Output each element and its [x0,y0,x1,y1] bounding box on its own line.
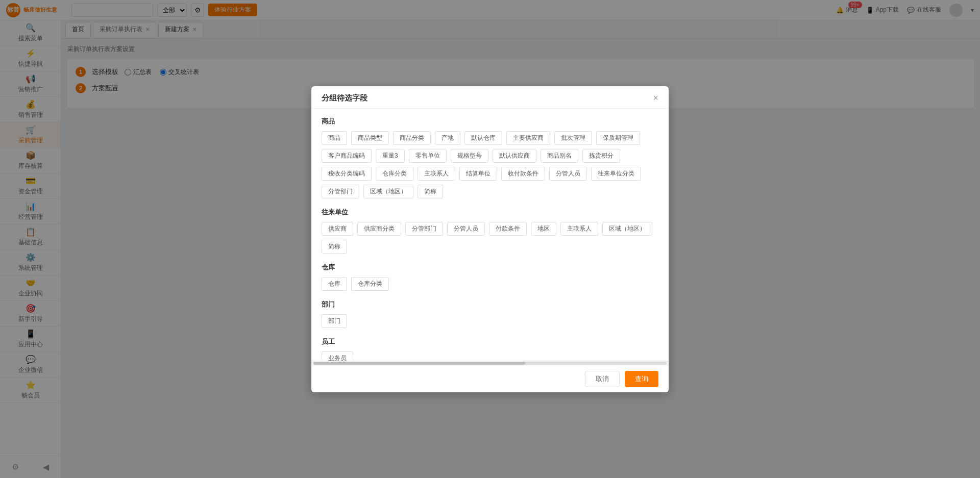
field-tag-仓库分类[interactable]: 仓库分类 [376,167,413,181]
field-tags-goods: 商品商品类型商品分类产地默认仓库主要供应商批次管理保质期管理客户商品编码重量3零… [322,131,658,198]
field-tag-客户商品编码[interactable]: 客户商品编码 [322,149,372,163]
field-tag-默认仓库[interactable]: 默认仓库 [464,131,502,145]
field-tags-employee: 业务员 [322,351,658,361]
field-tag-主联系人[interactable]: 主联系人 [418,167,455,181]
section-warehouse: 仓库仓库仓库分类 [322,263,658,291]
field-tag-区域（地区）[interactable]: 区域（地区） [602,222,652,236]
field-tag-重量3[interactable]: 重量3 [376,149,405,163]
field-tag-付款条件[interactable]: 付款条件 [489,222,527,236]
field-tag-商品[interactable]: 商品 [322,131,347,145]
field-tag-区域（地区）[interactable]: 区域（地区） [363,185,413,198]
field-select-modal: 分组待选字段 × 商品商品商品类型商品分类产地默认仓库主要供应商批次管理保质期管… [311,86,669,392]
field-tag-结算单位[interactable]: 结算单位 [459,167,497,181]
confirm-button[interactable]: 查询 [625,371,658,387]
field-tag-供应商分类[interactable]: 供应商分类 [357,222,401,236]
modal-title: 分组待选字段 [322,93,368,103]
field-tag-批次管理[interactable]: 批次管理 [554,131,592,145]
modal-close-button[interactable]: × [653,93,658,103]
field-tag-商品类型[interactable]: 商品类型 [351,131,389,145]
section-title-warehouse: 仓库 [322,263,658,272]
section-department: 部门部门 [322,300,658,328]
field-tag-默认供应商[interactable]: 默认供应商 [493,149,536,163]
field-tag-零售单位[interactable]: 零售单位 [409,149,447,163]
field-tags-department: 部门 [322,314,658,328]
field-tag-部门[interactable]: 部门 [322,314,347,328]
field-tag-往来单位分类[interactable]: 往来单位分类 [591,167,641,181]
field-tag-分管人员[interactable]: 分管人员 [447,222,485,236]
field-tag-分管部门[interactable]: 分管部门 [405,222,443,236]
scrollbar-track [313,362,667,365]
modal-header: 分组待选字段 × [311,86,669,109]
section-title-partner: 往来单位 [322,208,658,217]
section-title-department: 部门 [322,300,658,309]
field-tag-供应商[interactable]: 供应商 [322,222,353,236]
field-tag-拣货积分[interactable]: 拣货积分 [582,149,620,163]
modal-overlay: 分组待选字段 × 商品商品商品类型商品分类产地默认仓库主要供应商批次管理保质期管… [0,0,980,478]
field-tag-产地[interactable]: 产地 [435,131,460,145]
field-tag-保质期管理[interactable]: 保质期管理 [596,131,640,145]
field-tag-税收分类编码[interactable]: 税收分类编码 [322,167,372,181]
horizontal-scrollbar[interactable] [311,361,669,365]
field-tag-仓库[interactable]: 仓库 [322,277,347,291]
scrollbar-thumb [313,362,525,365]
section-goods: 商品商品商品类型商品分类产地默认仓库主要供应商批次管理保质期管理客户商品编码重量… [322,117,658,198]
field-tag-主要供应商[interactable]: 主要供应商 [506,131,550,145]
modal-body: 商品商品商品类型商品分类产地默认仓库主要供应商批次管理保质期管理客户商品编码重量… [311,109,669,361]
field-tags-warehouse: 仓库仓库分类 [322,277,658,291]
cancel-button[interactable]: 取消 [585,371,620,387]
field-tag-简称[interactable]: 简称 [418,185,443,198]
field-tag-收付款条件[interactable]: 收付款条件 [501,167,545,181]
field-tag-商品分类[interactable]: 商品分类 [393,131,431,145]
field-tag-规格型号[interactable]: 规格型号 [451,149,488,163]
field-tag-分管人员[interactable]: 分管人员 [549,167,587,181]
section-title-goods: 商品 [322,117,658,126]
modal-footer: 取消 查询 [311,365,669,392]
field-tag-主联系人[interactable]: 主联系人 [560,222,598,236]
field-tag-商品别名[interactable]: 商品别名 [541,149,578,163]
field-tag-业务员[interactable]: 业务员 [322,351,353,361]
section-partner: 往来单位供应商供应商分类分管部门分管人员付款条件地区主联系人区域（地区）简称 [322,208,658,254]
field-tag-简称[interactable]: 简称 [322,240,347,254]
field-tag-分管部门[interactable]: 分管部门 [322,185,359,198]
field-tag-地区[interactable]: 地区 [531,222,556,236]
section-title-employee: 员工 [322,337,658,346]
field-tag-仓库分类[interactable]: 仓库分类 [351,277,389,291]
field-tags-partner: 供应商供应商分类分管部门分管人员付款条件地区主联系人区域（地区）简称 [322,222,658,254]
section-employee: 员工业务员 [322,337,658,361]
